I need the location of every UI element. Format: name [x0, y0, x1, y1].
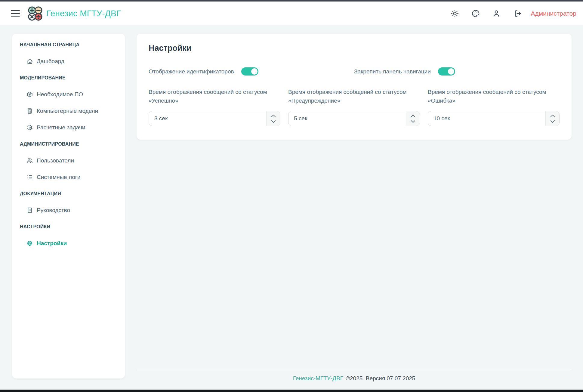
- sun-icon: [450, 9, 459, 18]
- stepper-up-button[interactable]: [270, 114, 276, 118]
- field-success-duration: Время отображения сообщений со статусом …: [149, 88, 280, 126]
- fields-row: Время отображения сообщений со статусом …: [149, 88, 560, 126]
- page-title: Настройки: [149, 43, 560, 54]
- app-logo-icon: [27, 5, 43, 22]
- sidebar-item-label: Дашбоард: [37, 58, 64, 65]
- logout-button[interactable]: [512, 9, 522, 18]
- sidebar-item-settings[interactable]: Настройки: [12, 235, 125, 252]
- page-layout: НАЧАЛЬНАЯ СТРАНИЦА Дашбоард МОДЕЛИРОВАНИ…: [0, 25, 583, 390]
- sidebar-item-label: Компьютерные модели: [37, 108, 98, 114]
- error-duration-input-wrap: [428, 111, 560, 126]
- header-actions: Администратор: [450, 9, 576, 18]
- sidebar-section-administration: АДМИНИСТРИРОВАНИЕ: [12, 136, 125, 152]
- sidebar-item-label: Пользователи: [37, 157, 74, 164]
- user-icon: [492, 9, 501, 18]
- page-footer: Генезис-МГТУ-ДВГ ©2025. Версия 07.07.202…: [137, 370, 572, 390]
- toggles-row: Отображение идентификаторов Закрепить па…: [149, 67, 560, 76]
- chevron-down-icon: [550, 120, 555, 123]
- sidebar-section-settings: НАСТРОЙКИ: [12, 218, 125, 235]
- settings-card: Настройки Отображение идентификаторов За…: [137, 34, 572, 140]
- cpu-icon: [26, 124, 33, 131]
- theme-toggle-button[interactable]: [450, 9, 460, 18]
- chevron-up-icon: [411, 114, 415, 117]
- gear-icon: [26, 240, 33, 247]
- stepper-up-button[interactable]: [410, 114, 416, 118]
- footer-copyright: ©2025. Версия 07.07.2025: [346, 375, 415, 382]
- sidebar-item-label: Системные логи: [37, 174, 80, 181]
- stepper-down-button[interactable]: [270, 120, 276, 123]
- profile-button[interactable]: [492, 9, 501, 18]
- stepper-down-button[interactable]: [410, 120, 416, 123]
- app-header: Генезис МГТУ-ДВГ: [0, 2, 583, 25]
- logout-icon: [513, 9, 522, 18]
- field-error-duration: Время отображения сообщений со статусом …: [428, 88, 560, 126]
- stepper-down-button[interactable]: [550, 120, 556, 123]
- chevron-up-icon: [271, 114, 276, 117]
- main-column: Настройки Отображение идентификаторов За…: [137, 34, 572, 390]
- toggle-label: Закрепить панель навигации: [354, 68, 431, 75]
- sidebar-item-tasks[interactable]: Расчетные задачи: [12, 119, 125, 136]
- sidebar-section-modeling: МОДЕЛИРОВАНИЕ: [12, 69, 125, 86]
- menu-button[interactable]: [11, 9, 21, 18]
- field-warning-duration: Время отображения сообщений со статусом …: [288, 88, 420, 126]
- sidebar-section-home: НАЧАЛЬНАЯ СТРАНИЦА: [12, 36, 125, 53]
- sidebar-item-software[interactable]: Необходимое ПО: [12, 86, 125, 103]
- users-icon: [26, 157, 33, 164]
- sidebar-item-logs[interactable]: Системные логи: [12, 169, 125, 185]
- stepper: [545, 111, 559, 126]
- toggle-label: Отображение идентификаторов: [149, 68, 234, 75]
- sidebar-item-manual[interactable]: Руководство: [12, 202, 125, 218]
- chevron-down-icon: [271, 120, 276, 123]
- bottom-window-strip: [0, 390, 583, 392]
- warning-duration-input-wrap: [288, 111, 420, 126]
- field-label: Время отображения сообщений со статусом …: [428, 88, 560, 105]
- success-duration-input-wrap: [149, 111, 280, 126]
- package-icon: [26, 91, 33, 98]
- display-ids-toggle[interactable]: [241, 67, 258, 76]
- stepper-up-button[interactable]: [550, 114, 556, 118]
- footer-brand-link[interactable]: Генезис-МГТУ-ДВГ: [293, 375, 343, 382]
- sidebar-item-models[interactable]: Компьютерные модели: [12, 103, 125, 119]
- palette-icon: [471, 9, 480, 18]
- stepper: [406, 111, 420, 126]
- chevron-down-icon: [411, 120, 415, 123]
- book-icon: [26, 207, 33, 214]
- sidebar-item-label: Руководство: [37, 207, 70, 214]
- user-role-label[interactable]: Администратор: [531, 10, 576, 17]
- sidebar-item-dashboard[interactable]: Дашбоард: [12, 53, 125, 69]
- sidebar-item-label: Расчетные задачи: [37, 124, 85, 131]
- pin-nav-toggle[interactable]: [438, 67, 455, 76]
- sidebar: НАЧАЛЬНАЯ СТРАНИЦА Дашбоард МОДЕЛИРОВАНИ…: [12, 34, 125, 378]
- sidebar-section-documentation: ДОКУМЕНТАЦИЯ: [12, 185, 125, 202]
- field-label: Время отображения сообщений со статусом …: [288, 88, 420, 105]
- error-duration-input[interactable]: [428, 111, 559, 126]
- calculator-icon: [26, 108, 33, 114]
- toggle-group-pin-nav: Закрепить панель навигации: [354, 67, 560, 76]
- list-icon: [26, 174, 33, 181]
- palette-button[interactable]: [471, 9, 480, 18]
- menu-icon: [11, 10, 20, 11]
- stepper: [266, 111, 280, 126]
- brand-title[interactable]: Генезис МГТУ-ДВГ: [46, 9, 121, 18]
- toggle-group-identifiers: Отображение идентификаторов: [149, 67, 354, 76]
- chevron-up-icon: [550, 114, 555, 117]
- sidebar-item-users[interactable]: Пользователи: [12, 152, 125, 169]
- warning-duration-input[interactable]: [288, 111, 420, 126]
- success-duration-input[interactable]: [149, 111, 280, 126]
- sidebar-item-label: Настройки: [37, 240, 67, 247]
- field-label: Время отображения сообщений со статусом …: [149, 88, 280, 105]
- home-icon: [26, 58, 33, 65]
- sidebar-item-label: Необходимое ПО: [37, 91, 83, 98]
